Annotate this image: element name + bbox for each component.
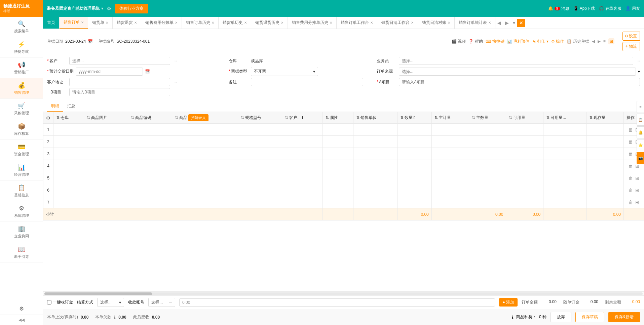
table-wrapper[interactable]: ⚙ ⇅仓库 ⇅商品图片 ⇅商品编码 ⇅商品扫码录入 ⇅规格型号 ⇅客户...ℹ …: [43, 112, 644, 291]
one-click-deposit-checkbox[interactable]: 一键收订金: [47, 299, 73, 305]
cell-main-unit-4[interactable]: [431, 160, 469, 172]
cell-attribute-2[interactable]: [323, 136, 353, 148]
sidebar-item-purchase[interactable]: 🛒 采购管理: [0, 99, 43, 119]
cell-attribute-7[interactable]: [323, 196, 353, 208]
cell-warehouse-6[interactable]: [53, 184, 84, 196]
cell-sales-unit-3[interactable]: [353, 148, 397, 160]
print-action[interactable]: 🖨 打印 ▾: [532, 39, 548, 44]
sidebar-item-inventory[interactable]: 📦 库存核算: [0, 119, 43, 140]
cell-main-unit-7[interactable]: [431, 196, 469, 208]
cell-product-code-4[interactable]: [128, 160, 172, 172]
tab-sales-return[interactable]: 销货单 ✕: [88, 17, 113, 29]
tab-close-icon[interactable]: ✕: [488, 21, 491, 25]
delete-row-4-btn[interactable]: 🗑: [628, 163, 634, 169]
cell-main-quantity-5[interactable]: [469, 172, 506, 184]
delete-row-3-btn[interactable]: 🗑: [628, 151, 634, 157]
b-project-input[interactable]: [69, 88, 170, 96]
cell-stock-4[interactable]: [586, 160, 623, 172]
col-stock[interactable]: ⇅现存量: [586, 112, 623, 124]
scrollbar-track[interactable]: [44, 292, 643, 295]
order-source-input[interactable]: [399, 68, 636, 76]
tab-summary[interactable]: 汇总: [63, 101, 79, 112]
delete-row-1-btn[interactable]: 🗑: [628, 126, 634, 133]
cell-product-2[interactable]: [172, 136, 238, 148]
cell-customer-code-1[interactable]: [282, 124, 323, 136]
cell-available-detail-1[interactable]: [543, 124, 586, 136]
salesperson-more-icon[interactable]: ···: [637, 58, 640, 63]
cell-stock-5[interactable]: [586, 172, 623, 184]
col-quantity2[interactable]: ⇅数量2: [397, 112, 431, 124]
col-customer-code[interactable]: ⇅客户...ℹ: [282, 112, 323, 124]
cell-attribute-4[interactable]: [323, 160, 353, 172]
cell-customer-code-6[interactable]: [282, 184, 323, 196]
cell-warehouse-4[interactable]: [53, 160, 84, 172]
col-sales-unit[interactable]: ⇅销售单位: [353, 112, 397, 124]
cell-sales-unit-6[interactable]: [353, 184, 397, 196]
cell-attribute-5[interactable]: [323, 172, 353, 184]
sidebar-item-enterprise[interactable]: 🏢 企业协同: [0, 222, 43, 242]
cell-available-7[interactable]: [506, 196, 543, 208]
cell-stock-3[interactable]: [586, 148, 623, 160]
col-gear[interactable]: ⚙: [43, 112, 53, 124]
topbar-settings-icon[interactable]: ⚙: [107, 5, 111, 12]
tab-close-icon[interactable]: ✕: [175, 21, 178, 25]
industry-solution-button[interactable]: 体验行业方案: [115, 4, 148, 13]
scan-button[interactable]: 扫码录入: [188, 114, 209, 121]
col-product[interactable]: ⇅商品扫码录入: [172, 112, 238, 124]
discard-button[interactable]: 放弃: [551, 312, 571, 322]
cell-product-code-5[interactable]: [128, 172, 172, 184]
cell-available-detail-2[interactable]: [543, 136, 586, 148]
cell-available-4[interactable]: [506, 160, 543, 172]
customer-address-input[interactable]: [69, 78, 170, 86]
sidebar-collapse-btn[interactable]: ◀◀: [0, 315, 43, 325]
cell-product-image-1[interactable]: [84, 124, 128, 136]
cell-available-detail-4[interactable]: [543, 160, 586, 172]
tab-sales-order-history[interactable]: 销售订单历史 ✕: [182, 17, 219, 29]
right-panel-btn-4[interactable]: ⭐: [637, 139, 644, 151]
cell-available-1[interactable]: [506, 124, 543, 136]
horizontal-scrollbar[interactable]: [43, 291, 644, 295]
tab-sales-return-goods[interactable]: 销货退货 ✕: [113, 17, 141, 29]
tab-sales-order[interactable]: 销售订单 ✕: [60, 17, 88, 29]
cell-spec-5[interactable]: [238, 172, 282, 184]
tab-close-icon[interactable]: ✕: [370, 21, 373, 25]
one-click-deposit-input[interactable]: [47, 300, 51, 304]
cell-product-7[interactable]: [172, 196, 238, 208]
tab-close-icon[interactable]: ✕: [81, 21, 84, 24]
sidebar-item-system[interactable]: ⚙ 系统管理: [0, 201, 43, 222]
cell-stock-6[interactable]: [586, 184, 623, 196]
cell-main-unit-5[interactable]: [431, 172, 469, 184]
cell-available-detail-7[interactable]: [543, 196, 586, 208]
tab-next-btn[interactable]: ▶: [503, 20, 511, 26]
save-new-button[interactable]: 保存&新增: [608, 312, 640, 322]
cell-spec-2[interactable]: [238, 136, 282, 148]
cell-spec-3[interactable]: [238, 148, 282, 160]
cell-product-4[interactable]: [172, 160, 238, 172]
copy-row-7-btn[interactable]: ⊞: [635, 199, 640, 206]
cell-main-unit-2[interactable]: [431, 136, 469, 148]
col-product-code[interactable]: ⇅商品编码: [128, 112, 172, 124]
cell-customer-code-4[interactable]: [282, 160, 323, 172]
cell-main-quantity-1[interactable]: [469, 124, 506, 136]
receipt-account-select[interactable]: 选择... ···: [148, 298, 175, 307]
tab-detail[interactable]: 明细: [47, 101, 63, 112]
cell-sales-unit-7[interactable]: [353, 196, 397, 208]
nav-prev-icon[interactable]: ◀: [592, 39, 595, 44]
save-draft-button[interactable]: 保存草稿: [575, 312, 604, 322]
profit-forecast-action[interactable]: 📊 毛利预估: [507, 39, 529, 44]
tab-sales-order-workbench[interactable]: 销售订单工作台 ✕: [337, 17, 377, 29]
cell-quantity2-7[interactable]: [397, 196, 431, 208]
grid-view-icon[interactable]: ⊞: [608, 38, 614, 44]
cell-product-code-3[interactable]: [128, 148, 172, 160]
tab-cash-daily-workbench[interactable]: 钱货日清工作台 ✕: [377, 17, 418, 29]
sidebar-item-quick-nav[interactable]: ⚡ 快捷导航: [0, 37, 43, 58]
sidebar-item-sales[interactable]: 💰 销售管理: [0, 78, 43, 99]
cell-warehouse-3[interactable]: [53, 148, 84, 160]
online-support-area[interactable]: 🎧 在线客服: [599, 6, 621, 11]
add-material-button[interactable]: + 物流: [622, 42, 640, 51]
cell-quantity2-1[interactable]: [397, 124, 431, 136]
cell-spec-1[interactable]: [238, 124, 282, 136]
tab-home[interactable]: 首页: [43, 17, 60, 29]
cell-spec-6[interactable]: [238, 184, 282, 196]
col-spec[interactable]: ⇅规格型号: [238, 112, 282, 124]
